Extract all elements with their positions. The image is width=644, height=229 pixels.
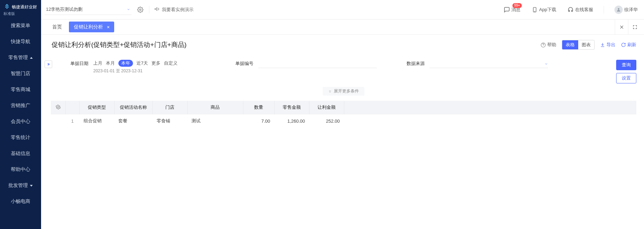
sidebar-item-members[interactable]: 会员中心: [0, 114, 41, 130]
row-gear-cell: [51, 114, 65, 128]
account-settings-button[interactable]: [136, 6, 144, 14]
sidebar-group-wholesale[interactable]: 批发管理: [0, 178, 41, 194]
caret-down-icon: [30, 185, 33, 187]
account-name: 12李艳芬测试勿删: [46, 6, 83, 13]
account-selector[interactable]: 12李艳芬测试勿删: [45, 4, 132, 15]
demo-link[interactable]: 我要看实例演示: [154, 6, 194, 13]
sidebar-group-label: 批发管理: [8, 182, 28, 189]
brand-logo-icon: [3, 3, 10, 10]
phone-icon: [532, 7, 538, 13]
date-opt-thisyear[interactable]: 本年: [118, 60, 133, 67]
divider: [149, 6, 149, 14]
tabstrip: 首页 促销让利分析: [41, 19, 644, 35]
filter-docno-input[interactable]: [258, 60, 377, 68]
col-discount[interactable]: 让利金额: [309, 101, 344, 114]
svg-point-0: [140, 9, 141, 10]
cell-discount: 252.00: [309, 114, 344, 128]
support-label: 在线客服: [575, 7, 593, 13]
date-opt-lastmonth[interactable]: 上月: [93, 60, 102, 66]
tab-promo-analysis[interactable]: 促销让利分析: [69, 22, 114, 32]
tab-close-icon[interactable]: [106, 25, 111, 30]
gear-icon: [56, 105, 61, 109]
divider: [604, 6, 604, 14]
date-opt-thismonth[interactable]: 本月: [106, 60, 115, 66]
cell-spacer: [344, 114, 636, 128]
cell-amount: 1,260.00: [274, 114, 309, 128]
filter-settings-button[interactable]: 设置: [616, 73, 636, 83]
sidebar: 畅捷通好业财 标准版 搜索菜单 快捷导航 零售管理 智慧门店 零售商城 营销推广…: [0, 0, 41, 229]
refresh-label: 刷新: [627, 42, 636, 48]
col-spacer: [344, 101, 636, 114]
table-header-row: 促销类型 促销活动名称 门店 商品 数量 零售金额 让利金额: [51, 101, 636, 114]
help-label: 帮助: [547, 42, 556, 48]
col-product[interactable]: 商品: [187, 101, 243, 114]
tab-label: 促销让利分析: [74, 24, 103, 30]
avatar: [614, 6, 623, 14]
col-promo-type[interactable]: 促销类型: [79, 101, 114, 114]
cell-promo-type: 组合促销: [79, 114, 114, 128]
date-range-display: 2023-01-01 至 2023-12-31: [93, 68, 178, 74]
messages-button[interactable]: 消息 99+: [504, 7, 520, 13]
cell-qty: 7.00: [243, 114, 274, 128]
brand-edition: 标准版: [3, 11, 15, 16]
demo-link-label: 我要看实例演示: [162, 7, 194, 13]
support-button[interactable]: 在线客服: [567, 7, 593, 13]
filter-panel: 单据日期 上月 本月 本年 近7天 更多 自定义 2023-01-01 至 20…: [51, 58, 636, 96]
refresh-button[interactable]: 刷新: [621, 42, 636, 48]
date-opt-more[interactable]: 更多: [151, 60, 160, 66]
view-chart-option[interactable]: 图表: [578, 40, 594, 49]
tab-home[interactable]: 首页: [47, 19, 68, 34]
app-download-button[interactable]: App下载: [532, 7, 556, 13]
caret-up-icon: [30, 57, 33, 59]
filter-source-input[interactable]: [430, 60, 544, 68]
date-opt-7days[interactable]: 近7天: [136, 60, 148, 66]
filter-source-label: 数据来源: [401, 60, 425, 67]
col-amount[interactable]: 零售金额: [274, 101, 309, 114]
person-icon: [616, 7, 621, 12]
sidebar-item-baseinfo[interactable]: 基础信息: [0, 146, 41, 162]
sidebar-group-retail[interactable]: 零售管理: [0, 50, 41, 66]
row-index: 1: [65, 114, 79, 128]
double-chevron-down-icon: [328, 90, 332, 93]
table-row[interactable]: 1 组合促销 套餐 零食铺 测试 7.00 1,260.00 252.00: [51, 114, 636, 128]
filter-source-select[interactable]: [430, 60, 548, 68]
col-qty[interactable]: 数量: [243, 101, 274, 114]
brand-block: 畅捷通好业财 标准版: [0, 0, 41, 18]
results-table: 促销类型 促销活动名称 门店 商品 数量 零售金额 让利金额 1 组合促销 套餐…: [51, 101, 636, 128]
sidebar-quicknav[interactable]: 快捷导航: [0, 34, 41, 50]
export-button[interactable]: 导出: [600, 42, 615, 48]
filter-docno-label: 单据编号: [230, 60, 253, 67]
view-table-option[interactable]: 表格: [562, 40, 578, 49]
messages-badge: 99+: [512, 3, 522, 8]
tabs-close-all-button[interactable]: [615, 19, 628, 34]
user-menu[interactable]: 徐泽华: [614, 6, 638, 14]
fullscreen-button[interactable]: [628, 19, 641, 34]
sidebar-search[interactable]: 搜索菜单: [0, 18, 41, 34]
col-store[interactable]: 门店: [152, 101, 187, 114]
page-title: 促销让利分析(促销类型+促销活动+门店+商品): [52, 40, 187, 49]
sidebar-item-marketing[interactable]: 营销推广: [0, 98, 41, 114]
expand-filters-button[interactable]: 展开更多条件: [323, 87, 364, 96]
chevrons-right-icon: [47, 63, 50, 66]
sidebar-item-retailmall[interactable]: 零售商城: [0, 82, 41, 98]
svg-point-3: [618, 8, 620, 10]
help-button[interactable]: 帮助: [541, 42, 556, 48]
date-opt-custom[interactable]: 自定义: [164, 60, 178, 66]
cell-store: 零食铺: [152, 114, 187, 128]
collapse-filter-button[interactable]: [45, 60, 52, 68]
page-header: 促销让利分析(促销类型+促销活动+门店+商品) 帮助 表格 图表 导出 刷新: [41, 35, 644, 55]
export-icon: [600, 42, 605, 47]
app-download-label: App下载: [539, 7, 556, 13]
svg-point-6: [57, 106, 59, 108]
sidebar-item-retailstats[interactable]: 零售统计: [0, 130, 41, 146]
sidebar-item-ecommerce[interactable]: 小畅电商: [0, 194, 41, 210]
col-activity-name[interactable]: 促销活动名称: [114, 101, 152, 114]
sidebar-item-helpcenter[interactable]: 帮助中心: [0, 162, 41, 178]
cell-activity: 套餐: [114, 114, 152, 128]
chat-icon: [504, 7, 510, 13]
sidebar-item-smartstore[interactable]: 智慧门店: [0, 66, 41, 82]
query-button[interactable]: 查询: [616, 60, 636, 70]
sidebar-group-label: 零售管理: [8, 55, 28, 61]
date-option-group: 上月 本月 本年 近7天 更多 自定义: [93, 60, 178, 67]
table-settings-header[interactable]: [51, 101, 65, 114]
